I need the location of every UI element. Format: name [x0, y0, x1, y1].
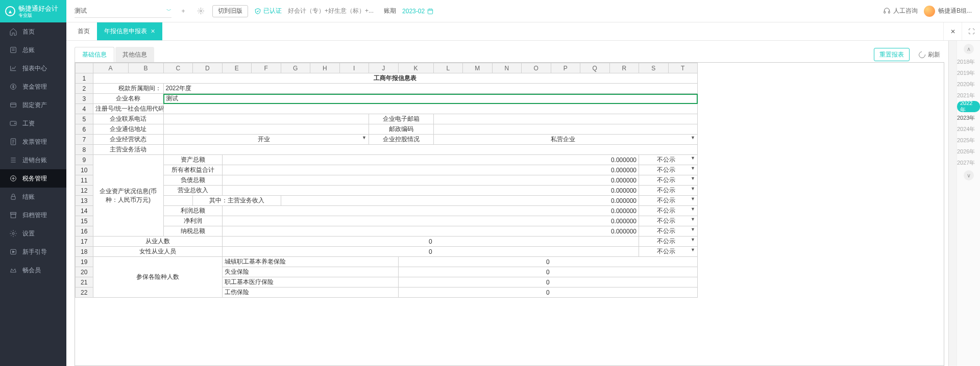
row-header[interactable]: 22	[76, 287, 93, 298]
row-header[interactable]: 4	[76, 104, 93, 114]
row-header[interactable]: 14	[76, 206, 93, 216]
col-header[interactable]: P	[551, 63, 580, 73]
row-header[interactable]: 1	[76, 73, 93, 84]
sidebar-item-reports[interactable]: 报表中心	[0, 59, 66, 77]
col-header[interactable]: F	[252, 63, 281, 73]
sidebar-item-inventory[interactable]: 进销台账	[0, 151, 66, 169]
asset-value[interactable]: 0.000000	[222, 155, 639, 165]
brand-logo[interactable]: ▲ 畅捷通好会计 专业版	[0, 0, 66, 22]
input-zip[interactable]	[433, 124, 698, 135]
sidebar-item-guide[interactable]: 新手引导	[0, 243, 66, 261]
staff-value[interactable]: 0	[222, 237, 639, 247]
row-header[interactable]: 19	[76, 257, 93, 267]
certified-badge[interactable]: 已认证	[254, 7, 282, 15]
input-reg-no[interactable]	[163, 104, 698, 114]
insurance-value[interactable]: 0	[398, 287, 698, 298]
publicity-select[interactable]: 不公示▼	[639, 226, 698, 237]
company-select[interactable]: 测试 ﹀	[75, 5, 172, 18]
row-header[interactable]: 8	[76, 145, 93, 155]
period-select[interactable]: 2023-02	[402, 8, 434, 15]
sheet-corner[interactable]	[76, 63, 93, 73]
subtab-basic[interactable]: 基础信息	[75, 47, 114, 62]
publicity-select[interactable]: 私营企业▼	[433, 135, 698, 145]
year-item[interactable]: 2018年	[957, 56, 980, 67]
col-header[interactable]: G	[281, 63, 310, 73]
publicity-select[interactable]: 不公示▼	[639, 175, 698, 186]
col-header[interactable]: I	[339, 63, 369, 73]
col-header[interactable]: R	[609, 63, 639, 73]
row-header[interactable]: 17	[76, 237, 93, 247]
year-item[interactable]: 2026年	[957, 146, 980, 157]
sidebar-item-archive[interactable]: 归档管理	[0, 206, 66, 224]
col-header[interactable]: H	[310, 63, 340, 73]
asset-value[interactable]: 0.000000	[222, 186, 639, 196]
col-header[interactable]: C	[163, 63, 193, 73]
input-company-name[interactable]: 测试	[163, 94, 698, 104]
col-header[interactable]: B	[128, 63, 163, 73]
row-header[interactable]: 12	[76, 186, 93, 196]
col-header[interactable]: Q	[580, 63, 610, 73]
fullscreen-button[interactable]: ⛶	[962, 22, 980, 40]
spreadsheet[interactable]: ABCDEFGHIJKLMNOPQRST 1工商年报信息表2税款所属期间：202…	[75, 62, 944, 366]
row-header[interactable]: 6	[76, 124, 93, 135]
human-service-link[interactable]: 人工咨询	[883, 7, 918, 15]
row-header[interactable]: 7	[76, 135, 93, 145]
sidebar-item-home[interactable]: 首页	[0, 22, 66, 41]
col-header[interactable]: E	[222, 63, 252, 73]
row-header[interactable]: 16	[76, 226, 93, 237]
publicity-select[interactable]: 不公示▼	[639, 165, 698, 175]
insurance-value[interactable]: 0	[398, 277, 698, 287]
sidebar-item-fixed-assets[interactable]: 固定资产	[0, 96, 66, 114]
row-header[interactable]: 11	[76, 175, 93, 186]
publicity-select[interactable]: 不公示▼	[639, 206, 698, 216]
publicity-select[interactable]: 不公示▼	[639, 237, 698, 247]
row-header[interactable]: 3	[76, 94, 93, 104]
publicity-select[interactable]: 不公示▼	[639, 247, 698, 257]
sidebar-item-salary[interactable]: 工资	[0, 114, 66, 133]
col-header[interactable]: D	[193, 63, 223, 73]
col-header[interactable]: J	[369, 63, 399, 73]
publicity-select[interactable]: 不公示▼	[639, 155, 698, 165]
col-header[interactable]: S	[639, 63, 669, 73]
publicity-select[interactable]: 不公示▼	[639, 216, 698, 226]
publicity-select[interactable]: 不公示▼	[639, 196, 698, 206]
asset-value[interactable]: 0.000000	[222, 226, 639, 237]
col-header[interactable]: M	[463, 63, 493, 73]
row-header[interactable]: 2	[76, 84, 93, 94]
col-header[interactable]: O	[522, 63, 551, 73]
reset-report-button[interactable]: 重置报表	[874, 48, 910, 61]
asset-value[interactable]: 0.000000	[222, 175, 639, 186]
year-item[interactable]: 2019年	[957, 67, 980, 79]
year-down-button[interactable]: ∨	[964, 170, 974, 180]
asset-value[interactable]: 0.000000	[222, 216, 639, 226]
row-header[interactable]: 15	[76, 216, 93, 226]
publicity-select[interactable]: 不公示▼	[639, 186, 698, 196]
sheet-vscrollbar[interactable]	[948, 41, 957, 366]
col-header[interactable]: L	[433, 63, 463, 73]
sidebar-item-member[interactable]: 畅会员	[0, 261, 66, 279]
row-header[interactable]: 5	[76, 114, 93, 124]
year-item[interactable]: 2024年	[957, 123, 980, 135]
refresh-button[interactable]: 刷新	[915, 48, 944, 61]
insurance-value[interactable]: 0	[398, 267, 698, 277]
insurance-value[interactable]: 0	[398, 257, 698, 267]
close-tab-button[interactable]: ✕	[943, 22, 962, 40]
row-header[interactable]: 10	[76, 165, 93, 175]
sidebar-item-ledger[interactable]: 总账	[0, 41, 66, 59]
col-header[interactable]: K	[398, 63, 433, 73]
row-header[interactable]: 20	[76, 267, 93, 277]
year-item[interactable]: 2022年	[957, 101, 980, 112]
col-header[interactable]: N	[492, 63, 522, 73]
user-menu[interactable]: 畅捷通B组...	[924, 6, 972, 17]
row-header[interactable]: 21	[76, 277, 93, 287]
staff-value[interactable]: 0	[222, 247, 639, 257]
switch-old-button[interactable]: 切到旧版	[212, 5, 248, 17]
year-up-button[interactable]: ∧	[964, 44, 974, 54]
input-main-biz[interactable]	[163, 145, 698, 155]
asset-value[interactable]: 0.000000	[222, 165, 639, 175]
input-phone[interactable]	[163, 114, 369, 124]
row-header[interactable]: 18	[76, 247, 93, 257]
subtab-other[interactable]: 其他信息	[115, 47, 154, 62]
sidebar-item-invoice[interactable]: 发票管理	[0, 133, 66, 151]
year-item[interactable]: 2027年	[957, 157, 980, 168]
